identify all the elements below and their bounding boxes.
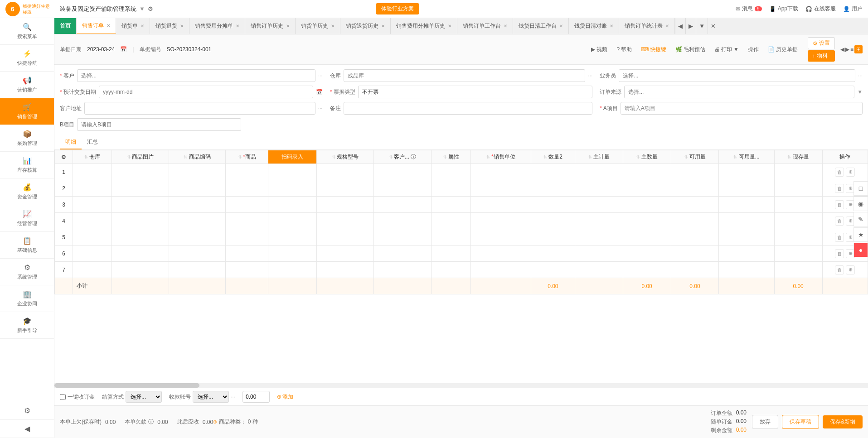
sidebar-item-marketing[interactable]: 📢 营销推广 [0, 72, 54, 98]
tab-close-icon[interactable]: ✕ [107, 23, 110, 28]
tab-close-icon[interactable]: ✕ [381, 24, 385, 29]
tab-sales-workbench[interactable]: 销售订单工作台 ✕ [457, 18, 513, 34]
tab-close-icon[interactable]: ✕ [665, 24, 669, 29]
tab-close-icon[interactable]: ✕ [236, 24, 239, 29]
receipt-account-select[interactable]: 选择... [193, 391, 229, 403]
tab-close-icon[interactable]: ✕ [610, 24, 613, 29]
sidebar-item-system[interactable]: ⚙ 系统管理 [0, 259, 54, 285]
warehouse-input[interactable] [344, 69, 586, 82]
tab-close-icon[interactable]: ✕ [504, 24, 507, 29]
tab-close-icon[interactable]: ✕ [286, 24, 290, 29]
delete-row-icon[interactable]: 🗑 [835, 249, 844, 258]
delivery-date-input[interactable] [99, 86, 313, 98]
discard-button[interactable]: 放弃 [752, 415, 778, 429]
tab-cash-clear[interactable]: 钱贷日清对账 ✕ [569, 18, 619, 34]
list-view-icon[interactable]: ≡ [850, 46, 853, 53]
history-button[interactable]: 📄 历史单据 [765, 45, 800, 54]
tab-sales-return[interactable]: 销货单 ✕ [116, 18, 150, 34]
table-scrollbar[interactable] [54, 383, 868, 388]
tab-close-icon[interactable]: ✕ [331, 24, 335, 29]
solution-button[interactable]: 体验行业方案 [376, 3, 419, 14]
online-support-button[interactable]: 🎧 在线客服 [805, 5, 836, 13]
tab-sales-stats[interactable]: 销售订单统计表 ✕ [619, 18, 675, 34]
note-input[interactable] [344, 102, 593, 115]
grid-view-icon[interactable]: ⊞ [854, 45, 863, 53]
address-more-icon[interactable]: ··· [318, 105, 323, 111]
order-source-input[interactable] [624, 86, 854, 98]
b-project-input[interactable] [77, 118, 241, 131]
customer-address-input[interactable] [84, 102, 315, 115]
tab-sales-cost-history[interactable]: 销售费用分摊单历史 ✕ [391, 18, 457, 34]
print-button[interactable]: 🖨 打印 ▼ [712, 45, 742, 54]
row-main-qty[interactable] [623, 164, 671, 180]
tab-close-icon[interactable]: ✕ [180, 24, 184, 29]
sidebar-item-quick-nav[interactable]: ⚡ 快捷导航 [0, 45, 54, 72]
view-button[interactable]: ▶ 视频 [588, 45, 610, 54]
tab-close-icon[interactable]: ✕ [559, 24, 563, 29]
row-current-qty[interactable] [774, 164, 822, 180]
float-btn-5[interactable]: ● [853, 243, 868, 257]
float-btn-3[interactable]: ✎ [853, 212, 868, 226]
salesperson-more-icon[interactable]: ··· [858, 72, 863, 79]
sidebar-item-ops[interactable]: 📈 经营管理 [0, 205, 54, 232]
row-product-code[interactable] [169, 164, 226, 180]
float-btn-2[interactable]: ◉ [853, 197, 868, 211]
message-button[interactable]: ✉ 消息 9 [736, 5, 762, 13]
product-count-icon[interactable]: ⊙ [213, 419, 218, 425]
one-click-label[interactable]: 一键收订金 [60, 393, 95, 401]
sidebar-settings-button[interactable]: ⚙ [0, 402, 54, 420]
help-button[interactable]: ? 帮助 [614, 45, 635, 54]
copy-row-icon[interactable]: ⊕ [846, 265, 855, 274]
tab-cash-clear-workbench[interactable]: 钱贷日清工作台 ✕ [513, 18, 569, 34]
settings-gear-icon[interactable]: ⚙ [148, 5, 153, 12]
sidebar-item-enterprise[interactable]: 🏢 企业协同 [0, 285, 54, 312]
save-new-button[interactable]: 保存&新增 [823, 415, 863, 428]
payment-method-select[interactable]: 选择... [126, 391, 162, 403]
delete-row-icon[interactable]: 🗑 [835, 217, 844, 226]
operate-button[interactable]: 操作 [745, 45, 761, 54]
sidebar-item-purchase[interactable]: 📦 采购管理 [0, 125, 54, 152]
copy-row-icon[interactable]: ⊕ [846, 168, 855, 177]
prev-record-icon[interactable]: ◀ [840, 46, 844, 53]
row-sales-unit[interactable] [470, 164, 531, 180]
add-material-button[interactable]: + 物料 [808, 50, 835, 62]
one-click-checkbox[interactable] [60, 394, 66, 400]
next-record-icon[interactable]: ▶ [845, 46, 849, 53]
tab-close-icon[interactable]: ✕ [448, 24, 451, 29]
tab-sales-history[interactable]: 销售订单历史 ✕ [245, 18, 296, 34]
delete-row-icon[interactable]: 🗑 [835, 265, 844, 274]
row-customer-code[interactable] [373, 164, 432, 180]
customer-input[interactable] [77, 69, 315, 82]
tab-home[interactable]: 首页 [54, 18, 77, 34]
row-available-qty[interactable] [671, 164, 719, 180]
scroll-thumb[interactable] [54, 383, 199, 388]
delete-row-icon[interactable]: 🗑 [835, 184, 844, 193]
row-available-qty2[interactable] [719, 164, 774, 180]
delete-row-icon[interactable]: 🗑 [835, 233, 844, 242]
calendar-icon[interactable]: 📅 [120, 46, 127, 53]
sidebar-item-sales[interactable]: 🛒 销售管理 [0, 98, 54, 125]
app-download-button[interactable]: 📱 App下载 [769, 5, 798, 13]
receipt-more-icon[interactable]: ··· [231, 394, 235, 400]
tab-close-icon[interactable]: ✕ [141, 24, 144, 29]
tab-detail[interactable]: 明细 [60, 135, 82, 149]
row-main-unit[interactable] [575, 164, 623, 180]
tab-sales-back-history[interactable]: 销货退货历史 ✕ [340, 18, 391, 34]
sidebar-collapse-button[interactable]: ◀ [0, 420, 54, 438]
row-spec[interactable] [317, 164, 374, 180]
delete-row-icon[interactable]: 🗑 [835, 168, 844, 177]
tab-sales-order[interactable]: 销售订单 ✕ [77, 18, 116, 34]
delete-row-icon[interactable]: 🗑 [835, 200, 844, 209]
row-product-name[interactable] [226, 164, 268, 180]
a-project-input[interactable] [621, 102, 863, 115]
sidebar-item-finance[interactable]: 💰 资金管理 [0, 178, 54, 205]
setting-button[interactable]: ⚙ 设置 [808, 37, 835, 49]
add-button[interactable]: ⊕ 添加 [277, 393, 293, 401]
sidebar-item-basic[interactable]: 📋 基础信息 [0, 232, 54, 259]
sidebar-item-search[interactable]: 🔍 搜索菜单 [0, 18, 54, 45]
warehouse-more-icon[interactable]: ··· [588, 72, 592, 79]
col-scan[interactable]: 扫码录入 [268, 150, 317, 164]
tab-sales-return-history[interactable]: 销货单历史 ✕ [296, 18, 340, 34]
row-qty2[interactable] [531, 164, 575, 180]
float-btn-4[interactable]: ★ [853, 227, 868, 242]
